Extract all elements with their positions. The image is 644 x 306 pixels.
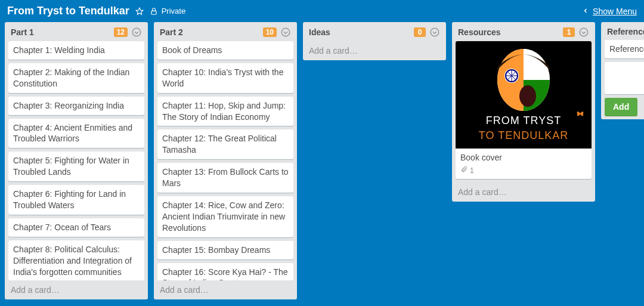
show-menu-label: Show Menu	[593, 7, 637, 16]
list-header: References	[601, 22, 644, 40]
privacy-label: Private	[162, 7, 185, 16]
svg-rect-1	[151, 11, 156, 14]
card[interactable]: Chapter 15: Bombay Dreams	[157, 241, 293, 259]
list-menu-button[interactable]	[429, 27, 440, 38]
card[interactable]: Reference list	[605, 40, 644, 58]
card-title: Chapter 12: The Great Political Tamasha	[162, 134, 277, 154]
card-title: Chapter 5: Fighting for Water in Trouble…	[13, 156, 129, 177]
list-header: Part 2 10	[154, 22, 297, 41]
card[interactable]: Chapter 2: Making of the Indian Constitu…	[8, 63, 144, 93]
card[interactable]: Chapter 1: Welding India	[8, 41, 144, 60]
list-name[interactable]: Ideas	[309, 27, 410, 37]
svg-point-4	[431, 28, 439, 36]
card[interactable]: Chapter 14: Rice, Cow and Zero: Ancient …	[157, 196, 293, 237]
list-name[interactable]: Part 1	[11, 27, 110, 37]
list-cards: FROM TRYST TO TENDULKAR Book cover 1	[452, 41, 595, 183]
add-card-label: Add a card…	[458, 187, 507, 197]
card[interactable]: Chapter 4: Ancient Enmities and Troubled…	[8, 119, 144, 149]
board-header: From Tryst to Tendulkar Private Show Men…	[0, 0, 644, 22]
card-title: Chapter 10: India's Tryst with the World	[162, 67, 283, 88]
card-title: Chapter 6: Fighting for Land in Troubled…	[13, 189, 126, 210]
star-icon	[135, 7, 144, 16]
card[interactable]: Chapter 10: India's Tryst with the World	[157, 63, 293, 93]
attachment-count: 1	[470, 166, 474, 175]
chevron-down-icon	[578, 27, 589, 38]
cover-text-line1: FROM TRYST	[456, 113, 592, 128]
list-resources: Resources 1	[452, 22, 595, 202]
attachment-icon	[460, 166, 467, 175]
chevron-left-icon	[582, 7, 589, 16]
card[interactable]: Chapter 6: Fighting for Land in Troubled…	[8, 185, 144, 215]
list-references: References Reference list Add	[601, 22, 644, 119]
add-button-label: Add	[613, 102, 629, 112]
svg-point-5	[580, 28, 588, 36]
card-title: Book cover	[460, 153, 502, 162]
card-title: Chapter 8: Political Calculus: Different…	[13, 245, 132, 277]
card-count-badge: 12	[114, 27, 128, 37]
list-header: Ideas 0	[303, 22, 446, 41]
list-header: Resources 1	[452, 22, 595, 41]
card[interactable]: Chapter 16: Score Kya Hai? - The Story o…	[157, 263, 293, 280]
list-part2: Part 2 10 Book of Dreams Chapter 10: Ind…	[154, 22, 297, 299]
card-count-badge: 1	[563, 27, 575, 37]
card-title: Chapter 15: Bombay Dreams	[162, 245, 270, 255]
add-card-button[interactable]: Add a card…	[154, 280, 297, 299]
card-cover-image: FROM TRYST TO TENDULKAR	[456, 41, 592, 149]
add-card-button[interactable]: Add a card…	[5, 280, 148, 299]
card[interactable]: Chapter 5: Fighting for Water in Trouble…	[8, 152, 144, 181]
list-cards: Chapter 1: Welding India Chapter 2: Maki…	[5, 41, 148, 280]
cover-text-line2: TO TENDULKAR	[456, 128, 592, 143]
card-badges: 1	[460, 166, 587, 175]
chevron-down-icon	[131, 27, 142, 38]
list-name[interactable]: References	[607, 27, 644, 36]
card-title: Chapter 2: Making of the Indian Constitu…	[13, 67, 129, 88]
list-menu-button[interactable]	[131, 27, 142, 38]
card-count-badge: 10	[263, 27, 277, 37]
list-name[interactable]: Resources	[458, 27, 559, 37]
list-name[interactable]: Part 2	[160, 27, 259, 37]
list-part1: Part 1 12 Chapter 1: Welding India Chapt…	[5, 22, 148, 299]
card-title: Chapter 11: Hop, Skip and Jump: The Stor…	[162, 101, 286, 122]
add-card-label: Add a card…	[160, 285, 209, 295]
list-menu-button[interactable]	[578, 27, 589, 38]
lock-icon	[150, 7, 158, 16]
board-title[interactable]: From Tryst to Tendulkar	[7, 5, 129, 17]
chevron-down-icon	[280, 27, 291, 38]
card-title: Book of Dreams	[162, 45, 222, 55]
card-title: Chapter 3: Reorganizing India	[13, 101, 124, 110]
card-title: Chapter 16: Score Kya Hai? - The Story o…	[162, 267, 288, 280]
chevron-down-icon	[429, 27, 440, 38]
card-book-cover[interactable]: FROM TRYST TO TENDULKAR Book cover 1	[456, 41, 592, 179]
add-card-button[interactable]: Add a card…	[303, 41, 446, 60]
card-title: Chapter 7: Ocean of Tears	[13, 222, 111, 232]
add-card-label: Add a card…	[11, 285, 60, 295]
show-menu-button[interactable]: Show Menu	[582, 7, 637, 16]
card-title: Chapter 4: Ancient Enmities and Troubled…	[13, 123, 132, 144]
card[interactable]: Chapter 11: Hop, Skip and Jump: The Stor…	[157, 97, 293, 126]
card-title: Chapter 1: Welding India	[13, 45, 105, 55]
card-title: Reference list	[609, 44, 644, 54]
add-card-button[interactable]: Add a card…	[452, 183, 595, 202]
list-ideas: Ideas 0 Add a card…	[303, 22, 446, 60]
card[interactable]: Chapter 13: From Bullock Carts to Mars	[157, 163, 293, 193]
card-composer: Reference list Add	[601, 40, 644, 119]
card[interactable]: Chapter 3: Reorganizing India	[8, 97, 144, 115]
card[interactable]: Chapter 8: Political Calculus: Different…	[8, 240, 144, 280]
list-menu-button[interactable]	[280, 27, 291, 38]
add-card-label: Add a card…	[309, 46, 358, 55]
star-button[interactable]	[135, 7, 144, 16]
svg-point-13	[519, 85, 536, 107]
board-canvas: Part 1 12 Chapter 1: Welding India Chapt…	[0, 22, 644, 304]
privacy-button[interactable]: Private	[150, 7, 185, 16]
card-title: Chapter 13: From Bullock Carts to Mars	[162, 167, 289, 188]
card[interactable]: Book of Dreams	[157, 41, 293, 60]
card-title: Chapter 14: Rice, Cow and Zero: Ancient …	[162, 200, 285, 233]
composer-add-button[interactable]: Add	[605, 98, 637, 116]
card[interactable]: Chapter 12: The Great Political Tamasha	[157, 129, 293, 159]
svg-point-3	[281, 28, 290, 36]
svg-point-2	[132, 28, 141, 36]
card[interactable]: Chapter 7: Ocean of Tears	[8, 218, 144, 237]
composer-textarea[interactable]	[605, 62, 644, 94]
list-header: Part 1 12	[5, 22, 148, 41]
list-cards: Book of Dreams Chapter 10: India's Tryst…	[154, 41, 297, 280]
